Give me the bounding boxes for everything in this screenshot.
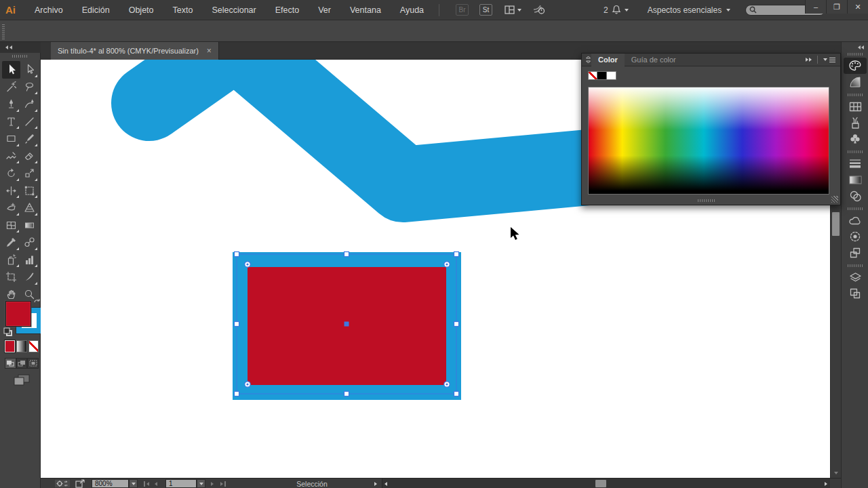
previous-artboard-button[interactable] xyxy=(155,479,157,488)
curvature-tool[interactable] xyxy=(20,96,39,113)
last-artboard-button[interactable] xyxy=(220,479,226,488)
dock-brushes-button[interactable] xyxy=(842,115,868,131)
rectangle-tool[interactable] xyxy=(2,130,20,148)
dock-creative-cloud-button[interactable] xyxy=(842,212,868,228)
scroll-down-button[interactable] xyxy=(831,468,842,478)
paintbrush-tool[interactable] xyxy=(20,130,39,148)
direct-selection-tool[interactable] xyxy=(20,61,39,79)
menu-texto[interactable]: Texto xyxy=(163,0,203,20)
none-swatch[interactable] xyxy=(588,71,597,80)
dock-grip[interactable] xyxy=(848,94,863,96)
panel-resize-grip[interactable] xyxy=(698,199,715,202)
restore-button[interactable]: ❐ xyxy=(826,0,847,14)
dock-layers-button[interactable] xyxy=(842,269,868,285)
scale-tool[interactable] xyxy=(20,165,39,182)
stock-button[interactable]: St xyxy=(479,4,492,16)
dock-swatches-button[interactable] xyxy=(842,98,868,115)
menu-archivo[interactable]: Archivo xyxy=(25,0,73,20)
scroll-left-button[interactable] xyxy=(384,479,387,488)
menu-edicion[interactable]: Edición xyxy=(73,0,119,20)
menu-objeto[interactable]: Objeto xyxy=(119,0,163,20)
dock-links-button[interactable] xyxy=(842,245,868,261)
tab-color-guide[interactable]: Guía de color xyxy=(625,54,683,66)
mesh-tool[interactable] xyxy=(2,217,20,235)
dock-asset-export-button[interactable] xyxy=(842,228,868,245)
scroll-right-button[interactable] xyxy=(825,479,827,488)
share-button[interactable] xyxy=(75,479,85,488)
dock-color-guide-button[interactable] xyxy=(842,74,868,90)
fill-color-proxy[interactable] xyxy=(5,301,31,327)
dock-symbols-button[interactable] xyxy=(842,131,868,147)
rotate-tool[interactable] xyxy=(2,165,20,182)
default-fill-stroke-icon[interactable] xyxy=(3,327,13,337)
selection-tool[interactable] xyxy=(2,61,20,79)
draw-normal-button[interactable] xyxy=(5,358,16,369)
color-spectrum[interactable] xyxy=(588,87,829,195)
minimize-button[interactable]: – xyxy=(805,0,826,14)
panel-grip[interactable] xyxy=(2,23,5,39)
artboard-number-dropdown[interactable] xyxy=(197,479,205,488)
panel-collapse-icon[interactable] xyxy=(585,56,591,64)
eyedropper-tool[interactable] xyxy=(2,234,20,251)
eraser-tool[interactable] xyxy=(20,148,39,165)
gradient-tool[interactable] xyxy=(20,217,39,235)
horizontal-scrollbar[interactable] xyxy=(382,479,830,488)
vertical-scrollbar-thumb[interactable] xyxy=(832,212,840,236)
shape-builder-tool[interactable] xyxy=(2,199,20,217)
preferences-button[interactable] xyxy=(54,479,71,488)
close-button[interactable]: ✕ xyxy=(847,0,868,14)
expand-panel-icon[interactable] xyxy=(806,58,812,62)
draw-inside-button[interactable] xyxy=(27,358,39,369)
dock-grip[interactable] xyxy=(848,150,863,153)
dock-grip[interactable] xyxy=(848,53,863,56)
pen-tool[interactable] xyxy=(2,96,20,113)
symbol-sprayer-tool[interactable] xyxy=(2,251,20,269)
document-tab[interactable]: Sin título-4* al 800% (CMYK/Previsualiza… xyxy=(51,42,219,60)
white-swatch[interactable] xyxy=(607,71,616,80)
expand-dock-icon[interactable] xyxy=(842,42,868,49)
menu-ventana[interactable]: Ventana xyxy=(340,0,391,20)
dock-color-panel-button[interactable] xyxy=(844,58,867,74)
menu-seleccionar[interactable]: Seleccionar xyxy=(202,0,265,20)
dock-stroke-button[interactable] xyxy=(842,155,868,171)
dock-grip[interactable] xyxy=(848,207,863,210)
magic-wand-tool[interactable] xyxy=(2,79,20,96)
status-expand-icon[interactable] xyxy=(374,479,377,488)
type-tool[interactable] xyxy=(2,113,20,131)
panel-menu-icon[interactable] xyxy=(823,57,836,63)
collapse-toolbar-icon[interactable] xyxy=(9,45,12,49)
horizontal-scrollbar-thumb[interactable] xyxy=(595,480,606,487)
panel-corner-resize[interactable] xyxy=(831,196,838,203)
dock-grip[interactable] xyxy=(848,264,863,267)
zoom-level-field[interactable]: 800% xyxy=(92,479,129,488)
tab-close-icon[interactable]: × xyxy=(207,46,212,56)
menu-efecto[interactable]: Efecto xyxy=(266,0,309,20)
blend-tool[interactable] xyxy=(20,234,39,251)
menu-ayuda[interactable]: Ayuda xyxy=(391,0,433,20)
artboard-tool[interactable] xyxy=(2,268,20,286)
next-artboard-button[interactable] xyxy=(211,479,214,488)
notifications-button[interactable]: 2 xyxy=(604,5,629,15)
panel-grip[interactable] xyxy=(12,55,28,58)
slice-tool[interactable] xyxy=(20,268,39,286)
bridge-button[interactable]: Br xyxy=(456,4,469,16)
dock-transparency-button[interactable] xyxy=(842,188,868,204)
perspective-grid-tool[interactable] xyxy=(20,199,39,217)
dock-artboards-button[interactable] xyxy=(842,285,868,302)
shaper-tool[interactable] xyxy=(2,148,20,165)
sync-status-icon[interactable] xyxy=(532,4,546,16)
workspace-switcher[interactable]: Aspectos esenciales xyxy=(648,5,730,15)
none-mode-button[interactable] xyxy=(28,340,39,352)
lasso-tool[interactable] xyxy=(20,79,39,96)
collapse-toolbar-icon[interactable] xyxy=(5,45,8,49)
dock-gradient-button[interactable] xyxy=(842,171,868,188)
width-tool[interactable] xyxy=(2,182,20,200)
column-graph-tool[interactable] xyxy=(20,251,39,269)
gradient-mode-button[interactable] xyxy=(16,340,26,352)
artboard-number-field[interactable]: 1 xyxy=(165,479,197,488)
zoom-level-dropdown[interactable] xyxy=(129,479,138,488)
tab-color[interactable]: Color xyxy=(591,54,625,66)
arrange-documents-button[interactable] xyxy=(505,5,521,15)
draw-behind-button[interactable] xyxy=(16,358,28,369)
first-artboard-button[interactable] xyxy=(144,479,149,488)
